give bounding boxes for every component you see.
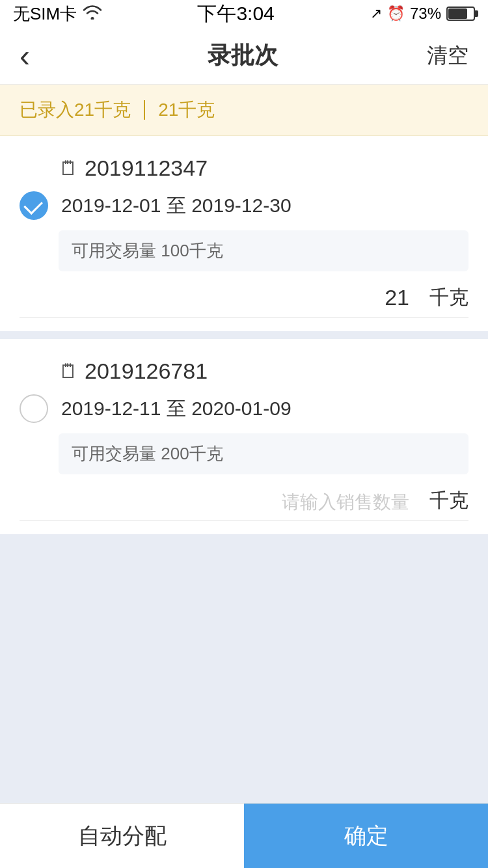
batch-1-avail-row: 可用交易量 100千克 <box>59 230 468 271</box>
batch-1-input-row: 千克 <box>0 271 488 318</box>
batch-2-id-icon: 🗒 <box>59 360 78 383</box>
carrier-text: 无SIM卡 <box>13 3 77 25</box>
gray-area <box>0 534 488 821</box>
recorded-amount-label: 已录入21千克 <box>20 98 131 122</box>
batch-2-unit: 千克 <box>429 487 468 514</box>
info-divider <box>144 100 145 120</box>
batch-2-avail-row: 可用交易量 200千克 <box>59 433 468 474</box>
section-divider-1 <box>0 331 488 339</box>
status-time: 下午3:04 <box>197 1 274 27</box>
recorded-amount-value: 21千克 <box>158 98 215 122</box>
alarm-icon: ⏰ <box>387 5 405 22</box>
batch-card-2: 🗒 2019126781 2019-12-11 至 2020-01-09 可用交… <box>0 339 488 534</box>
battery-icon <box>446 7 475 21</box>
batch-1-unit: 千克 <box>429 284 468 311</box>
batch-1-id-text: 2019112347 <box>85 156 208 181</box>
back-button[interactable]: ‹ <box>20 38 59 74</box>
batch-2-date-text: 2019-12-11 至 2020-01-09 <box>61 396 291 422</box>
page-title: 录批次 <box>208 40 278 72</box>
bottom-bar: 自动分配 确定 <box>0 803 488 868</box>
batch-1-quantity-input[interactable] <box>142 285 419 310</box>
batch-1-id-row: 🗒 2019112347 <box>20 156 468 181</box>
clear-button[interactable]: 清空 <box>427 42 468 70</box>
battery-percentage: 73% <box>410 5 441 23</box>
batch-1-spacer <box>0 318 488 331</box>
batch-2-input-row: 千克 <box>0 474 488 521</box>
status-bar: 无SIM卡 下午3:04 ↗ ⏰ 73% <box>0 0 488 27</box>
batch-2-quantity-input[interactable] <box>142 488 419 513</box>
status-right: ↗ ⏰ 73% <box>370 5 475 23</box>
batch-2-spacer <box>0 521 488 534</box>
batch-2-radio[interactable] <box>20 394 48 423</box>
main-content: 🗒 2019112347 2019-12-01 至 2019-12-30 可用交… <box>0 136 488 868</box>
wifi-icon <box>83 4 102 24</box>
status-left: 无SIM卡 <box>13 3 102 25</box>
batch-1-radio[interactable] <box>20 191 48 220</box>
location-icon: ↗ <box>370 5 382 22</box>
batch-1-avail-text: 可用交易量 100千克 <box>72 241 223 260</box>
batch-2-date-row[interactable]: 2019-12-11 至 2020-01-09 <box>20 394 468 423</box>
batch-2-avail-text: 可用交易量 200千克 <box>72 444 223 463</box>
nav-bar: ‹ 录批次 清空 <box>0 27 488 85</box>
info-banner: 已录入21千克 21千克 <box>0 85 488 136</box>
auto-distribute-button[interactable]: 自动分配 <box>0 804 244 868</box>
batch-1-date-row[interactable]: 2019-12-01 至 2019-12-30 <box>20 191 468 220</box>
batch-2-id-text: 2019126781 <box>85 359 208 384</box>
batch-1-date-text: 2019-12-01 至 2019-12-30 <box>61 193 291 219</box>
batch-card-2-inner: 🗒 2019126781 2019-12-11 至 2020-01-09 可用交… <box>0 339 488 474</box>
confirm-button[interactable]: 确定 <box>244 804 488 868</box>
batch-card-1-inner: 🗒 2019112347 2019-12-01 至 2019-12-30 可用交… <box>0 136 488 271</box>
batch-1-id-icon: 🗒 <box>59 157 78 180</box>
batch-card-1: 🗒 2019112347 2019-12-01 至 2019-12-30 可用交… <box>0 136 488 331</box>
batch-2-id-row: 🗒 2019126781 <box>20 359 468 384</box>
